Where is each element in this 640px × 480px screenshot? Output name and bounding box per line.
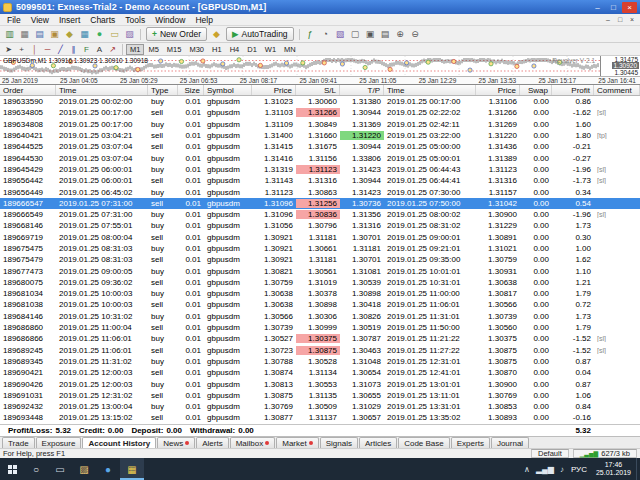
column-header-swap[interactable]: Swap: [520, 85, 552, 95]
column-header-profit[interactable]: Profit: [552, 85, 594, 95]
history-row[interactable]: 1896348082019.01.25 00:17:00buy0.01gbpus…: [0, 119, 640, 130]
history-row[interactable]: 1896910312019.01.25 12:31:02sell0.01gbpu…: [0, 390, 640, 401]
status-profile[interactable]: Default: [531, 449, 569, 458]
column-header-time[interactable]: Time: [56, 85, 148, 95]
timeframe-m30[interactable]: M30: [185, 44, 208, 55]
history-row[interactable]: 1896904262019.01.25 12:00:03buy0.01gbpus…: [0, 378, 640, 389]
column-header-order[interactable]: Order: [0, 85, 56, 95]
cursor-icon[interactable]: ➤: [2, 44, 15, 55]
network-icon[interactable]: ▂▄▆: [533, 465, 557, 474]
cascade-windows-icon[interactable]: ▣: [363, 27, 378, 41]
timeframe-d1[interactable]: D1: [243, 44, 261, 55]
timeframe-mn[interactable]: MN: [280, 44, 300, 55]
arrow-stamp-icon[interactable]: ↗: [106, 44, 119, 55]
crosshair-icon[interactable]: +: [15, 44, 28, 55]
script-icon[interactable]: ▨: [122, 27, 137, 41]
fibonacci-icon[interactable]: F: [80, 44, 93, 55]
history-row[interactable]: 1896934482019.01.25 13:15:02sell0.01gbpu…: [0, 412, 640, 423]
task-view-icon[interactable]: ▭: [48, 458, 72, 480]
tab-trade[interactable]: Trade: [2, 437, 35, 448]
terminal-icon[interactable]: ▦: [77, 27, 92, 41]
column-header-sl[interactable]: S/L: [296, 85, 340, 95]
tab-signals[interactable]: Signals: [320, 437, 358, 448]
periods-icon[interactable]: ◔: [318, 27, 333, 41]
column-header-symbol[interactable]: Symbol: [204, 85, 252, 95]
history-row[interactable]: 1896665472019.01.25 07:31:00sell0.01gbpu…: [0, 198, 640, 209]
templates-icon[interactable]: ▧: [333, 27, 348, 41]
start-button[interactable]: [0, 458, 24, 480]
column-header-time[interactable]: Time: [384, 85, 476, 95]
column-header-type[interactable]: Type: [148, 85, 178, 95]
market-watch-icon[interactable]: ▤: [32, 27, 47, 41]
metaeditor-icon[interactable]: ◆: [209, 27, 224, 41]
timeframe-m15[interactable]: M15: [163, 44, 186, 55]
column-header-size[interactable]: Size: [178, 85, 204, 95]
tab-journal[interactable]: Journal: [491, 437, 529, 448]
new-chart-icon[interactable]: ▥: [2, 27, 17, 41]
history-row[interactable]: 1896564492019.01.25 06:45:02buy0.01gbpus…: [0, 186, 640, 197]
print-icon[interactable]: ▤: [378, 27, 393, 41]
trendline-icon[interactable]: ╱: [54, 44, 67, 55]
tab-news[interactable]: News: [157, 437, 195, 448]
timeframe-m5[interactable]: M5: [144, 44, 162, 55]
volume-icon[interactable]: ♪: [557, 465, 567, 474]
history-row[interactable]: 1896868602019.01.25 11:00:04sell0.01gbpu…: [0, 322, 640, 333]
column-header-price[interactable]: Price: [252, 85, 296, 95]
indicators-icon[interactable]: ƒ: [303, 27, 318, 41]
navigator-icon[interactable]: ◆: [62, 27, 77, 41]
zoom-out-icon[interactable]: ⊖: [408, 27, 423, 41]
tab-articles[interactable]: Articles: [359, 437, 397, 448]
menu-tools[interactable]: Tools: [120, 15, 150, 25]
history-row[interactable]: 1896454292019.01.25 06:00:01buy0.01gbpus…: [0, 164, 640, 175]
menu-charts[interactable]: Charts: [85, 15, 120, 25]
menu-file[interactable]: File: [2, 15, 26, 25]
search-icon[interactable]: ○: [24, 458, 48, 480]
child-minimize-button[interactable]: –: [602, 16, 614, 23]
history-row[interactable]: 1896774732019.01.25 09:00:05buy0.01gbpus…: [0, 265, 640, 276]
new-email-icon[interactable]: ▭: [107, 27, 122, 41]
zoom-in-icon[interactable]: ⊕: [393, 27, 408, 41]
autotrading-button[interactable]: ▶ AutoTrading: [226, 27, 294, 41]
history-row[interactable]: 1896564422019.01.25 06:00:01sell0.01gbpu…: [0, 175, 640, 186]
tab-code-base[interactable]: Code Base: [398, 437, 450, 448]
tray-expand-icon[interactable]: ∧: [521, 465, 533, 474]
vertical-line-icon[interactable]: │: [28, 44, 41, 55]
history-row[interactable]: 1896924322019.01.25 13:00:04buy0.01gbpus…: [0, 401, 640, 412]
close-button[interactable]: ×: [622, 2, 637, 13]
data-window-icon[interactable]: ▣: [47, 27, 62, 41]
child-restore-button[interactable]: □: [614, 16, 626, 23]
browser-icon[interactable]: ●: [96, 458, 120, 480]
channel-icon[interactable]: ∥: [67, 44, 80, 55]
menu-insert[interactable]: Insert: [54, 15, 85, 25]
timeframe-h1[interactable]: H1: [208, 44, 226, 55]
chart-profiles-icon[interactable]: ▦: [17, 27, 32, 41]
history-row[interactable]: 1896800752019.01.25 09:36:02sell0.01gbpu…: [0, 277, 640, 288]
history-row[interactable]: 1896445252019.01.25 03:07:04sell0.01gbpu…: [0, 141, 640, 152]
history-row[interactable]: 1896445302019.01.25 03:07:04buy0.01gbpus…: [0, 152, 640, 163]
metatrader-taskbar-icon[interactable]: ▦: [120, 458, 144, 480]
history-row[interactable]: 1896904212019.01.25 12:00:03sell0.01gbpu…: [0, 367, 640, 378]
timeframe-w1[interactable]: W1: [261, 44, 280, 55]
new-order-button[interactable]: + New Order: [146, 27, 207, 41]
text-label-icon[interactable]: A: [93, 44, 106, 55]
taskbar-clock[interactable]: 17:46 25.01.2019: [591, 461, 636, 478]
timeframe-h4[interactable]: H4: [226, 44, 244, 55]
history-row[interactable]: 1896681462019.01.25 07:55:01buy0.01gbpus…: [0, 220, 640, 231]
tab-experts[interactable]: Experts: [451, 437, 490, 448]
chart-area[interactable]: GBPUSDm,M1 1.30916 1.30923 1.30910 1.309…: [0, 56, 640, 76]
timeframe-m1[interactable]: M1: [126, 44, 144, 55]
horizontal-line-icon[interactable]: ─: [41, 44, 54, 55]
strategy-tester-icon[interactable]: ●: [92, 27, 107, 41]
menu-view[interactable]: View: [26, 15, 54, 25]
tab-exposure[interactable]: Exposure: [36, 437, 82, 448]
history-row[interactable]: 1896754752019.01.25 08:31:03buy0.01gbpus…: [0, 243, 640, 254]
file-explorer-icon[interactable]: ▨: [72, 458, 96, 480]
show-desktop-button[interactable]: [636, 458, 640, 480]
menu-help[interactable]: Help: [190, 15, 217, 25]
minimize-button[interactable]: –: [590, 2, 605, 13]
menu-window[interactable]: Window: [150, 15, 190, 25]
history-row[interactable]: 1896697192019.01.25 08:00:04sell0.01gbpu…: [0, 232, 640, 243]
language-indicator[interactable]: РУС: [567, 465, 591, 474]
history-row[interactable]: 1896810342019.01.25 10:00:03buy0.01gbpus…: [0, 288, 640, 299]
history-row[interactable]: 1896893452019.01.25 11:31:02buy0.01gbpus…: [0, 356, 640, 367]
